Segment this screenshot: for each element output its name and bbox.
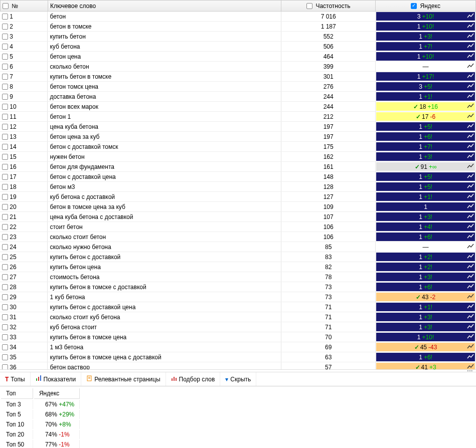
table-row[interactable]: 2бетон в томске1 1871+10! (0, 22, 476, 32)
table-row[interactable]: 10бетон всех марок244✓18+16 (0, 102, 476, 112)
chart-icon[interactable] (467, 143, 474, 150)
row-checkbox[interactable] (2, 114, 8, 120)
tab-relevant[interactable]: Релевантные страницы (81, 372, 166, 386)
chart-icon[interactable] (467, 133, 474, 140)
row-checkbox[interactable] (2, 334, 8, 340)
select-all-checkbox[interactable] (3, 3, 9, 9)
chart-icon[interactable] (467, 93, 474, 100)
row-checkbox[interactable] (2, 24, 8, 30)
row-checkbox[interactable] (2, 324, 8, 330)
table-row[interactable]: 22стоит бетон1061+4! (0, 222, 476, 232)
chart-icon[interactable] (467, 233, 474, 240)
row-checkbox[interactable] (2, 124, 8, 130)
row-checkbox[interactable] (2, 54, 8, 60)
row-checkbox[interactable] (2, 264, 8, 270)
table-row[interactable]: 32куб бетона стоит711+3! (0, 322, 476, 332)
table-row[interactable]: 8бетон томск цена2763+5! (0, 82, 476, 92)
chart-icon[interactable] (467, 213, 474, 220)
table-row[interactable]: 12цена куба бетона1971+5! (0, 122, 476, 132)
row-checkbox[interactable] (2, 254, 8, 260)
table-row[interactable]: 23сколько стоит бетон1061+6! (0, 232, 476, 242)
row-checkbox[interactable] (2, 64, 8, 70)
row-checkbox[interactable] (2, 364, 8, 369)
table-row[interactable]: 28купить бетон в томске с доставкой731+6… (0, 282, 476, 292)
row-checkbox[interactable] (2, 304, 8, 310)
table-row[interactable]: 5бетон цена4641+10! (0, 52, 476, 62)
yandex-header-checkbox[interactable] (411, 3, 417, 9)
table-row[interactable]: 291 куб бетона73✓43-2 (0, 292, 476, 302)
table-row[interactable]: 20бетон в томске цена за куб1091 (0, 202, 476, 212)
chart-icon[interactable] (467, 153, 474, 160)
chart-icon[interactable] (467, 363, 474, 369)
row-checkbox[interactable] (2, 144, 8, 150)
chart-icon[interactable] (467, 73, 474, 80)
chart-icon[interactable] (467, 263, 474, 270)
row-checkbox[interactable] (2, 164, 8, 170)
table-row[interactable]: 35купить бетон в томске цена с доставкой… (0, 352, 476, 362)
chart-icon[interactable] (467, 353, 474, 360)
chart-icon[interactable] (467, 303, 474, 310)
row-checkbox[interactable] (2, 34, 8, 40)
row-checkbox[interactable] (2, 284, 8, 290)
table-row[interactable]: 11бетон 1212✓17-6 (0, 112, 476, 122)
row-checkbox[interactable] (2, 214, 8, 220)
table-row[interactable]: 15нужен бетон1621+3! (0, 152, 476, 162)
table-row[interactable]: 30купить бетон с доставкой цена711+1! (0, 302, 476, 312)
row-checkbox[interactable] (2, 134, 8, 140)
row-checkbox[interactable] (2, 84, 8, 90)
table-row[interactable]: 33купить бетон в томске цена701+10! (0, 332, 476, 342)
chart-icon[interactable] (467, 293, 474, 300)
row-checkbox[interactable] (2, 224, 8, 230)
table-row[interactable]: 18бетон м31281+5! (0, 182, 476, 192)
column-header-keyword[interactable]: Ключевое слово (48, 1, 281, 12)
row-checkbox[interactable] (2, 194, 8, 200)
chart-icon[interactable] (467, 243, 474, 250)
table-row[interactable]: 36бетон раствор57✓41+3 (0, 362, 476, 370)
column-header-num[interactable]: № (1, 1, 48, 12)
chart-icon[interactable] (467, 53, 474, 60)
row-checkbox[interactable] (2, 154, 8, 160)
table-row[interactable]: 6сколько бетон399— (0, 62, 476, 72)
chart-icon[interactable] (467, 333, 474, 340)
table-row[interactable]: 1бетон7 0163+10! (0, 12, 476, 22)
row-checkbox[interactable] (2, 314, 8, 320)
row-checkbox[interactable] (2, 174, 8, 180)
chart-icon[interactable] (467, 283, 474, 290)
table-row[interactable]: 4куб бетона5061+7! (0, 42, 476, 52)
row-checkbox[interactable] (2, 344, 8, 350)
tab-keyword-match[interactable]: Подбор слов (166, 372, 221, 386)
table-row[interactable]: 25купить бетон с доставкой831+2! (0, 252, 476, 262)
table-row[interactable]: 14бетон с доставкой томск1751+7! (0, 142, 476, 152)
row-checkbox[interactable] (2, 74, 8, 80)
table-row[interactable]: 21цена куба бетона с доставкой1071+3! (0, 212, 476, 222)
chart-icon[interactable] (467, 313, 474, 320)
freq-header-checkbox[interactable] (306, 3, 312, 9)
chart-icon[interactable] (467, 83, 474, 90)
table-row[interactable]: 16бетон для фундамента161✓91+∞ (0, 162, 476, 172)
chart-icon[interactable] (467, 43, 474, 50)
tab-indicators[interactable]: Показатели (31, 372, 82, 386)
row-checkbox[interactable] (2, 104, 8, 110)
table-row[interactable]: 341 м3 бетона69✓45-43 (0, 342, 476, 352)
column-header-yandex[interactable]: Яндекс (376, 1, 476, 12)
column-header-freq[interactable]: Частотность (281, 1, 376, 12)
row-checkbox[interactable] (2, 354, 8, 360)
chart-icon[interactable] (467, 343, 474, 350)
row-checkbox[interactable] (2, 94, 8, 100)
chart-icon[interactable] (467, 13, 474, 20)
row-checkbox[interactable] (2, 234, 8, 240)
chart-icon[interactable] (467, 223, 474, 230)
table-row[interactable]: 31сколько стоит куб бетона711+3! (0, 312, 476, 322)
chart-icon[interactable] (467, 183, 474, 190)
row-checkbox[interactable] (2, 274, 8, 280)
table-row[interactable]: 24сколько нужно бетона85— (0, 242, 476, 252)
chart-icon[interactable] (467, 123, 474, 130)
chart-icon[interactable] (467, 193, 474, 200)
chart-icon[interactable] (467, 113, 474, 120)
chart-icon[interactable] (467, 23, 474, 30)
row-checkbox[interactable] (2, 44, 8, 50)
keyword-table-scroll[interactable]: 1бетон7 0163+10! 2бетон в томске1 1871+1… (0, 12, 476, 369)
row-checkbox[interactable] (2, 204, 8, 210)
chart-icon[interactable] (467, 273, 474, 280)
table-row[interactable]: 27стоимость бетона781+3! (0, 272, 476, 282)
